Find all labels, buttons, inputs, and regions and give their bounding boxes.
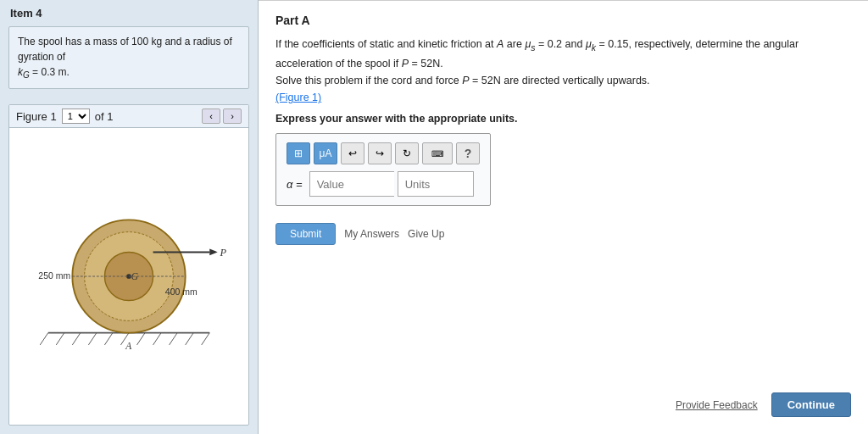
figure-canvas: G P 250 mm 400 mm A (9, 128, 248, 425)
top-divider (259, 0, 868, 1)
figure-label: Figure 1 (16, 110, 57, 123)
bottom-actions: Provide Feedback Continue (676, 392, 851, 417)
toolbar-redo-button[interactable]: ↪ (368, 142, 392, 164)
toolbar: ⊞ μA ↩ ↪ ↻ ⌨ ? (287, 142, 480, 164)
figure-next-button[interactable]: › (223, 108, 242, 124)
svg-line-3 (72, 333, 81, 345)
figure-header: Figure 1 1 of 1 ‹ › (9, 105, 248, 128)
svg-line-1 (40, 333, 48, 345)
part-header: Part A (275, 14, 851, 27)
figure-panel: Figure 1 1 of 1 ‹ › (8, 104, 249, 426)
svg-text:250 mm: 250 mm (38, 271, 70, 281)
feedback-link[interactable]: Provide Feedback (676, 399, 758, 411)
svg-line-11 (202, 333, 210, 345)
answer-box: ⊞ μA ↩ ↪ ↻ ⌨ ? α = (275, 133, 491, 206)
give-up-link[interactable]: Give Up (408, 228, 444, 240)
description-formula: kG = 0.3 m. (18, 66, 70, 78)
continue-button[interactable]: Continue (771, 392, 851, 417)
left-panel: Item 4 The spool has a mass of 100 kg an… (0, 0, 259, 434)
problem-text: If the coefficients of static and kineti… (275, 36, 851, 106)
svg-marker-18 (209, 249, 218, 256)
svg-line-8 (153, 333, 162, 345)
figure-of-label: of 1 (95, 110, 114, 123)
toolbar-refresh-button[interactable]: ↻ (395, 142, 419, 164)
figure-link[interactable]: (Figure 1) (275, 92, 321, 103)
action-row: Submit My Answers Give Up (275, 223, 851, 245)
item-description: The spool has a mass of 100 kg and a rad… (8, 26, 249, 89)
svg-line-2 (56, 333, 64, 345)
svg-line-7 (137, 333, 146, 345)
svg-line-10 (186, 333, 194, 345)
my-answers-link[interactable]: My Answers (344, 228, 399, 240)
figure-select[interactable]: 1 (62, 108, 90, 124)
svg-text:P: P (220, 247, 227, 259)
svg-line-5 (104, 333, 113, 345)
figure-nav: ‹ › (202, 108, 242, 124)
units-input[interactable] (398, 171, 474, 197)
svg-line-4 (88, 333, 97, 345)
figure-prev-button[interactable]: ‹ (202, 108, 220, 124)
toolbar-mu-button[interactable]: μA (314, 142, 337, 164)
express-label: Express your answer with the appropriate… (275, 113, 851, 125)
svg-line-9 (170, 333, 178, 345)
svg-text:400 mm: 400 mm (165, 287, 198, 297)
submit-button[interactable]: Submit (275, 223, 336, 245)
item-title: Item 4 (0, 0, 258, 23)
alpha-label: α = (287, 178, 303, 191)
input-row: α = (287, 171, 480, 197)
spool-diagram: G P 250 mm 400 mm A (23, 192, 235, 361)
toolbar-keyboard-button[interactable]: ⌨ (422, 142, 453, 164)
svg-text:A: A (125, 341, 131, 351)
description-text: The spool has a mass of 100 kg and a rad… (18, 36, 232, 63)
value-input[interactable] (309, 171, 394, 197)
toolbar-undo-button[interactable]: ↩ (341, 142, 364, 164)
toolbar-help-button[interactable]: ? (456, 142, 480, 164)
toolbar-grid-button[interactable]: ⊞ (287, 142, 310, 164)
right-panel: Part A If the coefficients of static and… (259, 0, 868, 434)
